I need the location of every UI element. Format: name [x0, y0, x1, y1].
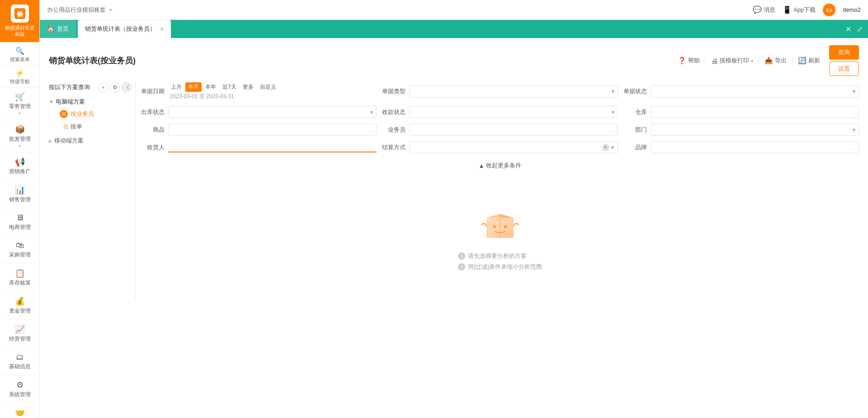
- sidebar-item-ecommerce[interactable]: 🖥 电商管理: [0, 209, 39, 236]
- help-btn[interactable]: ❓ 帮助: [678, 57, 700, 65]
- search-menu-item[interactable]: 🔍 搜索菜单: [0, 42, 39, 66]
- doc-type-select-wrapper: [409, 86, 618, 98]
- sidebar-item-cooperation[interactable]: 🤝 企业协同: [0, 404, 39, 418]
- date-label: 单据日期: [141, 87, 165, 95]
- add-scheme-btn[interactable]: ＋: [98, 82, 108, 92]
- brand-dots-btn[interactable]: …: [849, 144, 859, 151]
- page-content: 销货单统计表(按业务员) ❓ 帮助 🖨 按模板打印 ▾ 📤: [40, 38, 868, 418]
- tab-home[interactable]: 🏠 首页: [40, 20, 76, 38]
- message-label: 消息: [764, 6, 775, 14]
- out-status-select[interactable]: [168, 106, 377, 118]
- collapse-bar[interactable]: ▲ 收起更多条件: [141, 159, 859, 172]
- consignee-input[interactable]: [168, 142, 377, 152]
- consignee-dots-btn[interactable]: …: [367, 144, 377, 151]
- product-input[interactable]: [168, 124, 377, 136]
- divider-2: [759, 57, 759, 64]
- doc-status-select[interactable]: [651, 86, 859, 98]
- date-tab-this-month[interactable]: 本月: [185, 82, 202, 92]
- payment-status-select[interactable]: [409, 106, 618, 118]
- payment-status-select-wrapper: [409, 106, 618, 118]
- settlement-dropdown-icon[interactable]: ▾: [611, 144, 614, 151]
- warehouse-label: 仓库: [623, 108, 647, 116]
- system-icon: ⚙: [16, 380, 24, 390]
- warehouse-dots-btn[interactable]: …: [849, 109, 859, 115]
- mobile-arrow-icon: ▶: [49, 138, 52, 143]
- app-download-btn[interactable]: 📱 App下载: [783, 5, 816, 14]
- sidebar-item-basics[interactable]: 🗂 基础信息: [0, 348, 39, 375]
- settings-scheme-btn[interactable]: ⚙: [110, 82, 120, 92]
- export-icon: 📤: [764, 57, 773, 65]
- sidebar-item-inventory[interactable]: 📋 库存核算: [0, 264, 39, 292]
- inventory-label: 库存核算: [9, 279, 31, 287]
- date-tab-this-year[interactable]: 本年: [203, 82, 219, 92]
- payment-status-label: 收款状态: [382, 108, 406, 116]
- date-tab-last-month[interactable]: 上月: [168, 82, 184, 92]
- product-dots-btn[interactable]: …: [367, 126, 377, 133]
- consignee-input-wrapper: …: [168, 142, 377, 152]
- doc-type-field: 单据类型: [382, 86, 618, 98]
- finance-label: 资金管理: [9, 307, 31, 315]
- scheme-dot-icon: 按: [60, 110, 68, 118]
- date-tab-custom[interactable]: 自定义: [257, 82, 279, 92]
- empty-tip-1: 1 请先选择要分析的方案: [458, 252, 542, 260]
- desktop-scheme-header[interactable]: ▼ 电脑端方案: [49, 96, 132, 108]
- sidebar-item-operations[interactable]: 📈 经营管理: [0, 320, 39, 348]
- help-label: 帮助: [688, 57, 700, 65]
- search-icon: 🔍: [15, 47, 24, 55]
- tab-close-btn[interactable]: ×: [160, 25, 164, 33]
- tab-home-label: 首页: [57, 25, 69, 33]
- collapse-scheme-btn[interactable]: 《: [122, 82, 132, 92]
- settlement-clear-btn[interactable]: ×: [602, 144, 609, 151]
- quick-nav-item[interactable]: ⚡ 快捷导航: [0, 66, 39, 87]
- salesperson-field: 业务员 …: [382, 124, 618, 136]
- consignee-field: 收货人 …: [141, 142, 377, 152]
- sub-icon: 位: [63, 123, 69, 131]
- query-panel: 按以下方案查询 ＋ ⚙ 《 ▼ 电脑端方案: [49, 82, 859, 301]
- template-print-arrow-icon: ▾: [751, 58, 753, 63]
- query-button[interactable]: 查询: [829, 45, 859, 60]
- svg-point-6: [493, 225, 496, 228]
- tab-close-all-btn[interactable]: ✕: [844, 23, 853, 35]
- username-label[interactable]: demo2: [843, 6, 861, 13]
- breadcrumb-dropdown-icon[interactable]: ▾: [109, 7, 112, 13]
- date-tab-more[interactable]: 更多: [240, 82, 256, 92]
- date-range-text: 2023-03-01 至 2023-03-31: [170, 93, 377, 100]
- brand-input-wrapper: …: [651, 141, 859, 153]
- breadcrumb[interactable]: 办公用品行业模拟账套: [47, 6, 106, 14]
- salesperson-input[interactable]: [409, 124, 618, 136]
- sidebar-item-retail[interactable]: 🛒 零售管理 ▲: [0, 87, 39, 120]
- tab-sales-report[interactable]: 销货单统计表（按业务员） ×: [78, 20, 171, 38]
- salesperson-dots-btn[interactable]: …: [609, 126, 618, 133]
- sidebar-item-sales[interactable]: 📊 销售管理: [0, 180, 39, 209]
- collapse-icon: ▲: [479, 162, 485, 169]
- sidebar-item-marketing[interactable]: 📢 营销推广: [0, 152, 39, 180]
- sidebar-item-system[interactable]: ⚙ 系统管理: [0, 375, 39, 404]
- tip-text-1: 请先选择要分析的方案: [468, 252, 527, 260]
- export-btn[interactable]: 📤 导出: [764, 57, 787, 65]
- department-select[interactable]: [651, 124, 859, 136]
- scheme-title: 按以下方案查询: [49, 83, 90, 91]
- scheme-salesperson-label: 按业务员: [71, 110, 94, 118]
- doc-type-select[interactable]: [409, 86, 618, 98]
- sidebar-item-finance[interactable]: 💰 资金管理: [0, 292, 39, 320]
- date-tabs: 上月 本月 本年 近7天 更多 自定义: [168, 82, 377, 92]
- tab-expand-btn[interactable]: ⤢: [855, 23, 864, 35]
- scheme-order-label: 按单: [71, 123, 82, 131]
- template-print-btn[interactable]: 🖨 按模板打印 ▾: [711, 57, 753, 65]
- refresh-btn[interactable]: 🔄 刷新: [798, 57, 820, 65]
- settings-button[interactable]: 设置: [829, 62, 859, 76]
- refresh-label: 刷新: [808, 57, 820, 65]
- date-tab-last-7-days[interactable]: 近7天: [220, 82, 239, 92]
- app-logo[interactable]: 畅 畅捷通好生意 标版: [0, 0, 39, 42]
- brand-label: 品牌: [623, 143, 647, 152]
- tab-sales-report-label: 销货单统计表（按业务员）: [85, 25, 156, 33]
- sidebar-item-purchase[interactable]: 🛍 采购管理: [0, 236, 39, 264]
- mobile-scheme-group[interactable]: ▶ 移动端方案: [49, 135, 132, 147]
- scheme-item-by-salesperson[interactable]: 按 按业务员: [52, 108, 132, 120]
- sidebar-item-wholesale[interactable]: 📦 批发管理 ▲: [0, 120, 39, 152]
- scheme-item-by-order[interactable]: 位 按单: [52, 120, 132, 133]
- brand-input[interactable]: [651, 141, 859, 153]
- message-btn[interactable]: 💬 消息: [753, 5, 775, 14]
- user-avatar[interactable]: Ea: [823, 4, 835, 16]
- warehouse-input[interactable]: [651, 106, 859, 118]
